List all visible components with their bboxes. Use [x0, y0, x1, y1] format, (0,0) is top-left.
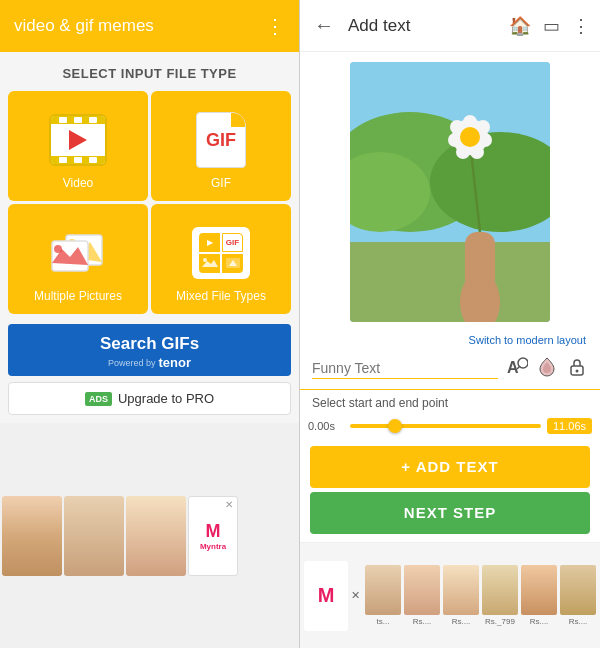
right-ad-img-1	[365, 565, 401, 615]
puzzle-piece-gif: GIF	[222, 233, 243, 252]
right-panel: ← Add text 🏠 ▭ ⋮	[300, 0, 600, 648]
svg-point-30	[576, 370, 579, 373]
svg-rect-16	[465, 232, 495, 312]
svg-point-5	[54, 245, 62, 253]
right-ad-label-1: ts...	[365, 617, 401, 626]
mixed-file-types-option[interactable]: ▶ GIF Mixed File Types	[151, 204, 291, 314]
menu-icon[interactable]: ⋮	[265, 14, 285, 38]
next-step-label: NEXT STEP	[404, 504, 496, 521]
mixed-icon: ▶ GIF	[191, 223, 251, 283]
lock-icon[interactable]	[566, 356, 588, 383]
app-title: video & gif memes	[14, 16, 154, 36]
add-text-label: + ADD TEXT	[401, 458, 498, 475]
video-option[interactable]: Video	[8, 91, 148, 201]
right-ad-item-2: Rs....	[404, 565, 440, 626]
myntra-m-right: M	[318, 584, 335, 607]
color-picker-icon[interactable]	[536, 356, 558, 383]
close-icon[interactable]: ✕	[225, 499, 233, 510]
video-icon-container	[48, 110, 108, 170]
strip-dot	[74, 157, 82, 163]
gif-icon-container: GIF	[191, 110, 251, 170]
pictures-svg	[48, 227, 108, 279]
slider-thumb[interactable]	[388, 419, 402, 433]
ad-strip-right: M ✕ ts... Rs.... Rs.... Rs._799 Rs....	[300, 542, 600, 648]
strip-dot	[74, 117, 82, 123]
left-header: video & gif memes ⋮	[0, 0, 299, 52]
back-button[interactable]: ←	[310, 10, 338, 41]
slider-track[interactable]	[350, 424, 541, 428]
multiple-pictures-option[interactable]: Multiple Pictures	[8, 204, 148, 314]
search-gifs-button[interactable]: Search GIFs Powered by tenor	[8, 324, 291, 376]
ad-strip-left: ✕ M Myntra	[0, 423, 299, 648]
time-start: 0.00s	[308, 420, 344, 432]
powered-by-text: Powered by	[108, 358, 156, 368]
upgrade-label: Upgrade to PRO	[118, 391, 214, 406]
upgrade-button[interactable]: ADS Upgrade to PRO	[8, 382, 291, 415]
mixed-file-types-label: Mixed File Types	[176, 289, 266, 303]
switch-modern-layout[interactable]: Switch to modern layout	[300, 332, 600, 350]
slider-row: 0.00s 11.06s	[300, 414, 600, 438]
screen-icon[interactable]: ▭	[543, 15, 560, 37]
strip-dot	[89, 117, 97, 123]
ads-badge: ADS	[85, 392, 112, 406]
powered-by-row: Powered by tenor	[108, 355, 191, 370]
color-picker-svg	[536, 356, 558, 378]
strip-dot	[59, 117, 67, 123]
right-ad-thumbs: ts... Rs.... Rs.... Rs._799 Rs.... Rs...…	[365, 565, 596, 626]
preview-svg	[350, 62, 550, 322]
multiple-pictures-label: Multiple Pictures	[34, 289, 122, 303]
mixed-icon-bg: ▶ GIF	[192, 227, 250, 279]
right-ad-label-2: Rs....	[404, 617, 440, 626]
right-ad-item-4: Rs._799	[482, 565, 518, 626]
gif-file-corner	[231, 113, 245, 127]
right-ad-img-5	[521, 565, 557, 615]
puzzle-piece-4	[222, 254, 243, 274]
tenor-text: tenor	[159, 355, 192, 370]
lock-svg	[566, 356, 588, 378]
ad-person-1	[2, 496, 62, 576]
myntra-logo-box: M	[304, 561, 348, 631]
header-actions: 🏠 ▭ ⋮	[509, 15, 590, 37]
strip-dot	[89, 157, 97, 163]
strip-dot	[59, 157, 67, 163]
font-style-icon[interactable]: A	[506, 356, 528, 383]
select-input-label: SELECT INPUT FILE TYPE	[0, 52, 299, 91]
svg-point-21	[478, 133, 492, 147]
slider-label: Select start and end point	[300, 390, 600, 414]
svg-point-26	[460, 127, 480, 147]
left-panel: video & gif memes ⋮ SELECT INPUT FILE TY…	[0, 0, 299, 648]
right-menu-icon[interactable]: ⋮	[572, 15, 590, 37]
myntra-ad-left: ✕ M Myntra	[188, 496, 238, 576]
time-end: 11.06s	[547, 418, 592, 434]
svg-rect-14	[350, 242, 550, 322]
gif-label: GIF	[211, 176, 231, 190]
video-strip-bottom	[51, 156, 105, 164]
right-ad-img-6	[560, 565, 596, 615]
myntra-m-icon: M	[206, 521, 221, 542]
puzzle-piece-1: ▶	[199, 233, 220, 252]
preview-container	[300, 52, 600, 332]
funny-text-input[interactable]	[312, 360, 498, 379]
right-ad-img-4	[482, 565, 518, 615]
right-ad-img-2	[404, 565, 440, 615]
myntra-label: Myntra	[200, 542, 226, 551]
svg-point-22	[470, 145, 484, 159]
right-ad-item-6: Rs....	[560, 565, 596, 626]
next-step-button[interactable]: NEXT STEP	[310, 492, 590, 534]
svg-point-19	[463, 115, 477, 129]
right-ad-label-4: Rs._799	[482, 617, 518, 626]
ad-thumb-2	[64, 496, 124, 576]
gif-option[interactable]: GIF GIF	[151, 91, 291, 201]
svg-text:A: A	[507, 359, 519, 376]
home-icon[interactable]: 🏠	[509, 15, 531, 37]
puzzle-grid: ▶ GIF	[199, 233, 243, 273]
right-ad-img-3	[443, 565, 479, 615]
add-text-button[interactable]: + ADD TEXT	[310, 446, 590, 488]
gif-file-icon: GIF	[196, 112, 246, 168]
font-svg: A	[506, 356, 528, 378]
video-strip-top	[51, 116, 105, 124]
right-ad-label-6: Rs....	[560, 617, 596, 626]
ad-close-right[interactable]: ✕	[351, 589, 360, 602]
svg-point-23	[456, 145, 470, 159]
ad-thumb-1	[2, 496, 62, 576]
